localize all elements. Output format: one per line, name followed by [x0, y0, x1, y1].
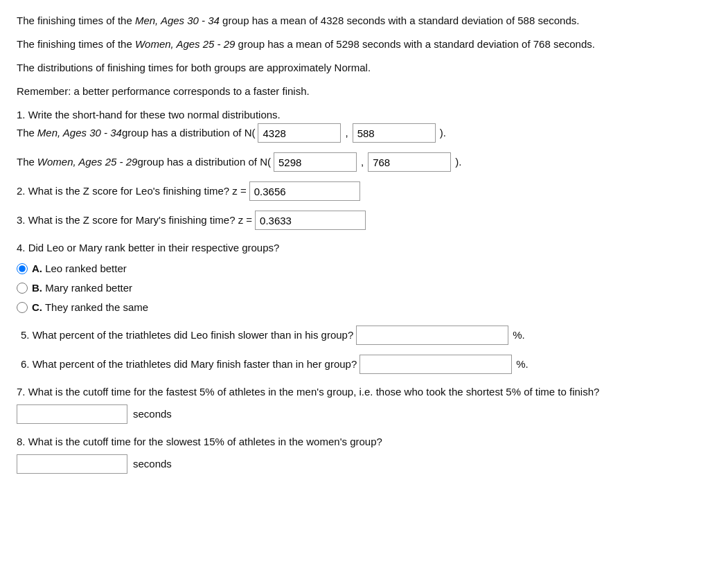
p2-rest: group has a mean of 5298 seconds with a … — [235, 38, 595, 50]
q4-label: 4. Did Leo or Mary rank better in their … — [17, 240, 711, 256]
q3-input[interactable] — [255, 211, 366, 230]
question-2: 2. What is the Z score for Leo's finishi… — [17, 181, 711, 201]
question-5: 5. What percent of the triathletes did L… — [17, 326, 711, 345]
question-7: 7. What is the cutoff time for the faste… — [17, 384, 711, 424]
p2-italic: Women, Ages 25 - 29 — [135, 38, 236, 50]
q1-women-prefix: The — [17, 154, 35, 170]
q1-men-comma: , — [345, 125, 348, 141]
q1-women-input2[interactable] — [368, 152, 451, 172]
q5-suffix: %. — [513, 327, 525, 344]
question-3: 3. What is the Z score for Mary's finish… — [17, 211, 711, 230]
q1-men-row: The Men, Ages 30 - 34 group has a distri… — [17, 123, 711, 143]
q1-women-italic: Women, Ages 25 - 29 — [37, 154, 138, 170]
q6-suffix: %. — [516, 356, 529, 373]
q4-option-b[interactable]: B. Mary ranked better — [17, 280, 711, 296]
question-8: 8. What is the cutoff time for the slowe… — [17, 434, 711, 474]
q7-label: 7. What is the cutoff time for the faste… — [17, 384, 711, 400]
p1-rest: group has a mean of 4328 seconds with a … — [220, 15, 580, 26]
q4-label-c[interactable]: C. They ranked the same — [32, 299, 148, 316]
q5-label: 5. What percent of the triathletes did L… — [21, 327, 353, 344]
q6-input[interactable] — [359, 355, 512, 374]
q3-label: 3. What is the Z score for Mary's finish… — [17, 212, 252, 229]
q8-input-row: seconds — [17, 454, 711, 474]
q1-men-prefix: The — [17, 125, 35, 141]
q1-women-suffix: group has a distribution of N( — [137, 154, 271, 170]
q2-label: 2. What is the Z score for Leo's finishi… — [17, 183, 247, 199]
q4-label-a[interactable]: A. Leo ranked better — [32, 260, 127, 277]
q1-women-comma: , — [361, 154, 364, 170]
q1-label: 1. Write the short-hand for these two no… — [17, 107, 711, 123]
q4-option-a[interactable]: A. Leo ranked better — [17, 260, 711, 277]
paragraph-4: Remember: a better performance correspon… — [17, 83, 711, 100]
q4-option-c[interactable]: C. They ranked the same — [17, 299, 711, 316]
q1-men-close: ). — [440, 125, 446, 141]
question-6: 6. What percent of the triathletes did M… — [17, 355, 711, 374]
question-4: 4. Did Leo or Mary rank better in their … — [17, 240, 711, 316]
p1-italic: Men, Ages 30 - 34 — [135, 15, 220, 26]
p2-text: The finishing times of the — [17, 38, 135, 50]
question-1: 1. Write the short-hand for these two no… — [17, 107, 711, 172]
paragraph-2: The finishing times of the Women, Ages 2… — [17, 36, 711, 53]
q4-radio-a[interactable] — [17, 263, 28, 274]
p1-text: The finishing times of the — [17, 15, 135, 26]
q2-input[interactable] — [249, 181, 360, 201]
q4-label-b[interactable]: B. Mary ranked better — [32, 280, 132, 296]
q7-input[interactable] — [17, 404, 127, 424]
q8-input[interactable] — [17, 454, 127, 474]
q8-suffix: seconds — [133, 456, 172, 472]
q4-radio-c[interactable] — [17, 302, 28, 313]
q4-radio-b[interactable] — [17, 283, 28, 294]
q1-men-italic: Men, Ages 30 - 34 — [37, 125, 122, 141]
q7-input-row: seconds — [17, 404, 711, 424]
paragraph-3: The distributions of finishing times for… — [17, 60, 711, 76]
q1-men-input1[interactable] — [258, 123, 341, 143]
q4-radio-group: A. Leo ranked better B. Mary ranked bett… — [17, 260, 711, 316]
q1-men-suffix: group has a distribution of N( — [122, 125, 256, 141]
q8-label: 8. What is the cutoff time for the slowe… — [17, 434, 711, 450]
q7-suffix: seconds — [133, 406, 172, 422]
q1-men-input2[interactable] — [353, 123, 436, 143]
q1-women-input1[interactable] — [274, 152, 357, 172]
q1-women-row: The Women, Ages 25 - 29 group has a dist… — [17, 152, 711, 172]
q6-label: 6. What percent of the triathletes did M… — [21, 356, 357, 373]
q1-women-close: ). — [455, 154, 461, 170]
paragraph-1: The finishing times of the Men, Ages 30 … — [17, 12, 711, 29]
q5-input[interactable] — [356, 326, 508, 345]
